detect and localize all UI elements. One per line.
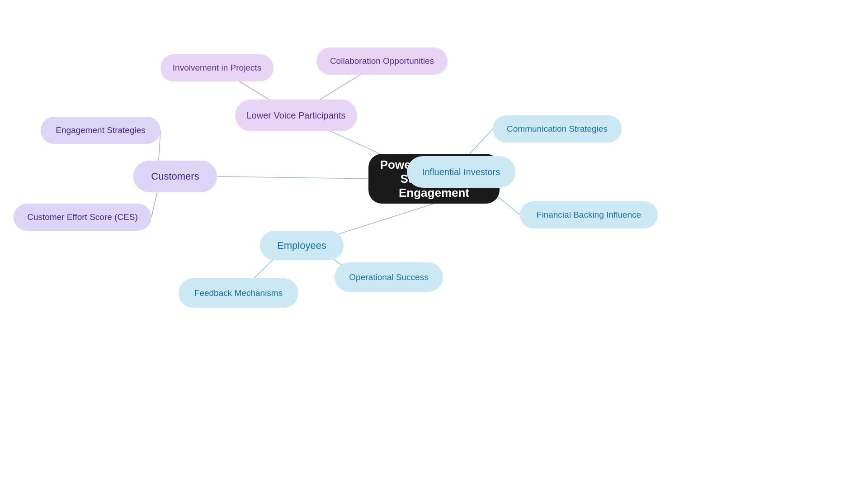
financial-backing-influence-node[interactable]: Financial Backing Influence <box>520 201 658 228</box>
svg-line-3 <box>217 176 368 179</box>
feedback-mechanisms-node[interactable]: Feedback Mechanisms <box>179 278 298 308</box>
lower-voice-participants-node[interactable]: Lower Voice Participants <box>235 100 357 131</box>
collaboration-opportunities-node[interactable]: Collaboration Opportunities <box>316 48 448 75</box>
operational-success-node[interactable]: Operational Success <box>335 262 443 292</box>
customers-node[interactable]: Customers <box>133 161 217 192</box>
communication-strategies-node[interactable]: Communication Strategies <box>493 115 622 143</box>
influential-investors-node[interactable]: Influential Investors <box>407 156 515 188</box>
involvement-in-projects-node[interactable]: Involvement in Projects <box>160 54 274 81</box>
engagement-strategies-node[interactable]: Engagement Strategies <box>41 117 160 144</box>
employees-node[interactable]: Employees <box>260 231 344 260</box>
customer-effort-score-node[interactable]: Customer Effort Score (CES) <box>14 204 151 231</box>
